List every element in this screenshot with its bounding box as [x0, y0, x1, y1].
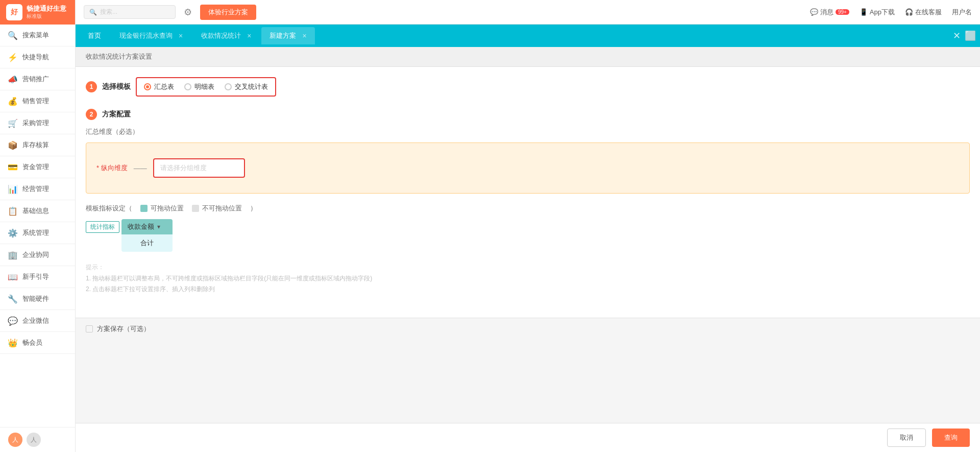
sidebar-item-basic-info[interactable]: 📋 基础信息 [0, 200, 75, 222]
sidebar-item-operations[interactable]: 📊 经营管理 [0, 178, 75, 200]
content-area: 收款情况统计方案设置 1 选择模板 汇总表 明细表 [76, 47, 980, 423]
sidebar-item-label: 新手引导 [22, 272, 49, 281]
radio-detail[interactable]: 明细表 [184, 82, 214, 91]
message-btn[interactable]: 💬 消息 99+ [810, 8, 849, 17]
step1-title: 选择模板 [102, 82, 131, 91]
support-icon: 🎧 [905, 8, 913, 16]
cancel-button[interactable]: 取消 [887, 429, 926, 447]
template-radio-group: 汇总表 明细表 交叉统计表 [136, 77, 276, 97]
tab-close-icon[interactable]: × [179, 32, 183, 40]
avatar-2[interactable]: 人 [27, 433, 41, 447]
finance-icon: 💳 [8, 162, 17, 172]
tab-new-plan[interactable]: 新建方案 × [261, 27, 314, 44]
sidebar-item-guide[interactable]: 📖 新手引导 [0, 266, 75, 288]
sidebar-item-label: 营销推广 [22, 75, 49, 84]
legend-non-draggable-item: 不可拖动位置 [192, 204, 242, 213]
app-download-btn[interactable]: 📱 App下载 [860, 8, 895, 17]
trial-btn[interactable]: 体验行业方案 [200, 5, 256, 20]
row-dimension-label: 纵向维度 [96, 163, 128, 173]
legend-draggable-box [140, 205, 148, 212]
radio-crosstab[interactable]: 交叉统计表 [225, 82, 268, 91]
sidebar-item-label: 库存核算 [22, 140, 49, 150]
page-footer: 方案保存（可选） [76, 318, 980, 340]
radio-crosstab-circle [225, 83, 232, 90]
sidebar-item-inventory[interactable]: 📦 库存核算 [0, 134, 75, 156]
sidebar-item-wechat[interactable]: 💬 企业微信 [0, 310, 75, 332]
sidebar-item-label: 采购管理 [22, 118, 49, 128]
legend-draggable-label: 可拖动位置 [151, 204, 184, 213]
search-bar[interactable]: 🔍 搜索... [84, 5, 176, 19]
sidebar-item-hardware[interactable]: 🔧 智能硬件 [0, 288, 75, 310]
sidebar-logo: 好 畅捷通好生意 标准版 [0, 0, 75, 25]
purchase-icon: 🛒 [8, 118, 17, 128]
sidebar-item-label: 企业协同 [22, 250, 49, 259]
sidebar-item-label: 搜索菜单 [22, 31, 49, 40]
metrics-header: 模板指标设定（ 可拖动位置 不可拖动位置 ） [86, 204, 970, 213]
sidebar-item-member[interactable]: 👑 畅会员 [0, 332, 75, 354]
stats-indicator-label: 统计指标 [86, 221, 119, 233]
step2-header: 2 方案配置 [86, 109, 970, 120]
logo-icon: 好 [6, 4, 22, 20]
sidebar-item-enterprise[interactable]: 🏢 企业协同 [0, 244, 75, 266]
query-button[interactable]: 查询 [932, 429, 970, 447]
sidebar-item-sales[interactable]: 💰 销售管理 [0, 90, 75, 112]
step1-number: 1 [86, 81, 97, 92]
topbar: 🔍 搜索... ⚙ 体验行业方案 💬 消息 99+ 📱 App下载 🎧 在线客服… [76, 0, 980, 25]
sidebar-item-label: 销售管理 [22, 97, 49, 106]
sidebar-item-finance[interactable]: 💳 资金管理 [0, 156, 75, 178]
avatar-1[interactable]: 人 [8, 433, 22, 447]
radio-summary[interactable]: 汇总表 [144, 82, 174, 91]
support-btn[interactable]: 🎧 在线客服 [905, 8, 942, 17]
sidebar-item-label: 经营管理 [22, 184, 49, 194]
dimension-select[interactable]: 请选择分组维度 [153, 158, 245, 178]
arrow-icon: —— [134, 164, 147, 172]
save-plan-checkbox[interactable] [86, 325, 93, 332]
app-download-label: App下载 [870, 8, 895, 17]
step1-section: 1 选择模板 汇总表 明细表 交叉统计表 [86, 77, 970, 97]
tip-item-2: 2. 点击标题栏下拉可设置排序、插入列和删除列 [86, 286, 215, 293]
tabbar: 首页 现金银行流水查询 × 收款情况统计 × 新建方案 × ✕ ⬜ [76, 25, 980, 47]
sidebar-item-marketing[interactable]: 📣 营销推广 [0, 68, 75, 90]
metrics-label: 模板指标设定（ [86, 204, 132, 213]
save-plan-label: 方案保存（可选） [97, 324, 150, 334]
tab-close-active-icon[interactable]: × [302, 32, 306, 40]
metrics-card-title: 收款金额 [128, 222, 154, 231]
tab-collection-stats[interactable]: 收款情况统计 × [193, 27, 259, 44]
inventory-icon: 📦 [8, 140, 17, 150]
dropdown-arrow-icon[interactable]: ▾ [157, 223, 160, 230]
settings-icon[interactable]: ⚙ [184, 7, 192, 18]
close-window-icon[interactable]: ✕ [953, 30, 961, 41]
sidebar-item-quick-nav[interactable]: ⚡ 快捷导航 [0, 46, 75, 68]
sidebar-item-search[interactable]: 🔍 搜索菜单 [0, 25, 75, 46]
logo-text-group: 畅捷通好生意 标准版 [27, 5, 66, 20]
tips-title: 提示： [86, 264, 104, 271]
page-body: 1 选择模板 汇总表 明细表 交叉统计表 [76, 67, 980, 318]
marketing-icon: 📣 [8, 75, 17, 84]
sidebar-bottom: 人 人 [0, 427, 75, 452]
metrics-card-payment: 收款金额 ▾ 合计 [121, 219, 173, 252]
topbar-right: 💬 消息 99+ 📱 App下载 🎧 在线客服 用户名 [810, 8, 972, 17]
metrics-card-subtotal: 合计 [121, 234, 173, 252]
metrics-card-header[interactable]: 收款金额 ▾ [121, 219, 173, 234]
step2-number: 2 [86, 109, 97, 120]
radio-crosstab-label: 交叉统计表 [235, 82, 268, 91]
guide-icon: 📖 [8, 272, 17, 281]
dimension-box: 纵向维度 —— 请选择分组维度 [86, 142, 970, 194]
sidebar-item-purchase[interactable]: 🛒 采购管理 [0, 112, 75, 134]
page-header: 收款情况统计方案设置 [76, 47, 980, 67]
legend-draggable-item: 可拖动位置 [140, 204, 184, 213]
legend-non-draggable-box [192, 205, 199, 212]
quick-nav-icon: ⚡ [8, 53, 17, 62]
tab-bank-query[interactable]: 现金银行流水查询 × [111, 27, 191, 44]
dimension-select-placeholder: 请选择分组维度 [160, 164, 207, 172]
legend-non-draggable-label: 不可拖动位置 [202, 204, 242, 213]
enterprise-icon: 🏢 [8, 250, 17, 259]
tab-home[interactable]: 首页 [80, 27, 109, 44]
expand-icon[interactable]: ⬜ [965, 30, 976, 41]
bottom-action-bar: 取消 查询 [76, 423, 980, 452]
tab-close-icon[interactable]: × [247, 32, 251, 40]
message-badge: 99+ [836, 9, 849, 15]
legend-close: ） [250, 204, 257, 213]
tabbar-actions: ✕ ⬜ [953, 30, 976, 41]
sidebar-item-system[interactable]: ⚙️ 系统管理 [0, 222, 75, 244]
